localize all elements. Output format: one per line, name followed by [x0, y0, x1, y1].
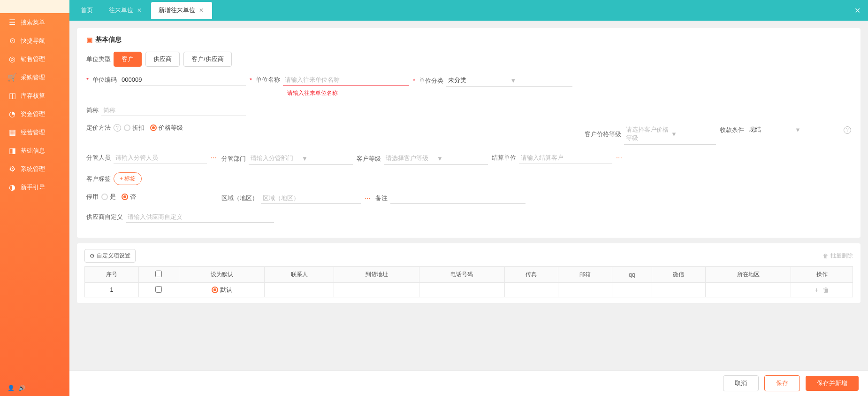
- sidebar-item-label: 库存核算: [21, 92, 45, 100]
- manager-label: 分管人员: [86, 154, 111, 162]
- sidebar-item-basic-info[interactable]: ◨ 基础信息: [0, 141, 69, 160]
- sidebar-search-label: 搜索菜单: [21, 18, 45, 27]
- tab-home-label: 首页: [81, 6, 93, 15]
- batch-delete-btn[interactable]: 🗑 批量删除: [823, 252, 853, 260]
- sidebar-item-new-guide[interactable]: ◑ 新手引导: [0, 178, 69, 196]
- payment-help-icon[interactable]: ?: [844, 126, 851, 134]
- sidebar-item-label: 快捷导航: [21, 37, 45, 45]
- sidebar-item-purchase[interactable]: 🛒 采购管理: [0, 68, 69, 86]
- sidebar-item-finance[interactable]: ◔ 资金管理: [0, 105, 69, 123]
- pricing-help-icon[interactable]: ?: [114, 124, 121, 132]
- row-checkbox[interactable]: [155, 286, 162, 293]
- sidebar-item-inventory[interactable]: ◫ 库存核算: [0, 86, 69, 105]
- manager-input[interactable]: [114, 152, 207, 163]
- settlement-unit-input[interactable]: [519, 152, 612, 163]
- btn-both[interactable]: 客户/供应商: [183, 52, 232, 67]
- region-more-btn[interactable]: ···: [364, 194, 372, 202]
- row-address: [334, 283, 419, 297]
- save-button[interactable]: 保存: [764, 375, 800, 391]
- delete-icon: 🗑: [823, 253, 829, 259]
- short-name-row: 简称: [86, 105, 851, 116]
- short-name-label: 简称: [86, 106, 99, 115]
- sidebar-item-label: 资金管理: [21, 110, 45, 118]
- pricing-method-group: 定价方法 ? 折扣 价格等级: [86, 124, 581, 132]
- section-icon: ▣: [86, 36, 92, 44]
- settlement-unit-label: 结算单位: [492, 154, 516, 162]
- manager-wrapper: [114, 152, 207, 163]
- add-tag-btn[interactable]: + 标签: [114, 172, 142, 185]
- custom-settings-label: 自定义项设置: [97, 252, 130, 260]
- radio-price-level[interactable]: 价格等级: [150, 124, 183, 132]
- col-location: 所在地区: [706, 267, 791, 283]
- unit-category-value: 未分类: [448, 76, 508, 85]
- region-input[interactable]: [261, 193, 361, 204]
- tab-new-partner[interactable]: 新增往来单位 ✕: [151, 2, 212, 19]
- custom-settings-btn[interactable]: ⚙ 自定义项设置: [84, 249, 136, 263]
- sales-icon: ◎: [8, 54, 17, 63]
- btn-customer[interactable]: 客户: [114, 52, 142, 67]
- sidebar-item-search[interactable]: ☰ 搜索菜单: [0, 13, 69, 31]
- unit-code-group: * 单位编码: [86, 74, 246, 85]
- settlement-more-btn[interactable]: ···: [615, 154, 623, 162]
- tab-partner-close[interactable]: ✕: [136, 7, 143, 14]
- unit-code-input[interactable]: [120, 74, 246, 85]
- payment-terms-value: 现结: [749, 125, 793, 134]
- contact-table: 序号 设为默认 联系人 到货地址 电话号码 传真 邮箱 qq 微信 所在地区 操…: [84, 266, 853, 297]
- row-qq: [612, 283, 652, 297]
- supplier-custom-input[interactable]: [126, 211, 274, 223]
- customer-level-dropdown-icon: ▼: [437, 155, 486, 162]
- row-add-btn[interactable]: +: [815, 286, 818, 294]
- col-default: 设为默认: [179, 267, 265, 283]
- manager-more-btn[interactable]: ···: [210, 154, 218, 162]
- tab-bar-close-all[interactable]: ✕: [851, 4, 864, 17]
- radio-no[interactable]: 否: [122, 193, 136, 201]
- department-group: 分管部门 请输入分管部门 ▼: [221, 152, 353, 165]
- table-header-row: 序号 设为默认 联系人 到货地址 电话号码 传真 邮箱 qq 微信 所在地区 操…: [85, 267, 853, 283]
- radio-no-circle: [122, 194, 128, 200]
- customer-price-level-select[interactable]: 请选择客户价格等级 ▼: [624, 124, 716, 145]
- row-email: [558, 283, 612, 297]
- short-name-input[interactable]: [101, 105, 246, 116]
- sidebar-item-label: 采购管理: [21, 73, 45, 82]
- department-select[interactable]: 请输入分管部门 ▼: [249, 152, 353, 165]
- radio-price-level-label: 价格等级: [159, 124, 183, 132]
- col-actions: 操作: [791, 267, 853, 283]
- unit-name-error: 请输入往来单位名称: [287, 89, 338, 97]
- tab-new-partner-close[interactable]: ✕: [198, 7, 205, 14]
- select-all-checkbox[interactable]: [155, 271, 162, 277]
- tab-home[interactable]: 首页: [73, 2, 100, 19]
- remark-input[interactable]: [390, 193, 525, 204]
- unit-category-select[interactable]: 未分类 ▼: [446, 74, 572, 87]
- sidebar-item-sales[interactable]: ◎ 销售管理: [0, 50, 69, 68]
- supplier-custom-group: 供应商自定义: [86, 211, 274, 223]
- btn-supplier[interactable]: 供应商: [145, 52, 180, 67]
- customer-tag-group: 客户标签 + 标签: [86, 172, 851, 185]
- basic-info-card: ▣ 基本信息 单位类型 客户 供应商 客户/供应商 *: [77, 28, 860, 238]
- tab-new-partner-label: 新增往来单位: [159, 6, 195, 15]
- sidebar-item-quick-nav[interactable]: ⊙ 快捷导航: [0, 31, 69, 50]
- row-wechat: [652, 283, 706, 297]
- customer-price-level-group: 客户价格等级 请选择客户价格等级 ▼: [585, 124, 716, 145]
- manager-row: 分管人员 ··· 分管部门 请输入分管部门 ▼ 客户等级 请: [86, 152, 851, 165]
- payment-terms-select[interactable]: 现结 ▼: [747, 124, 841, 136]
- row-default-radio[interactable]: 默认: [183, 286, 260, 294]
- row-default-label: 默认: [220, 286, 232, 294]
- tab-partner[interactable]: 往来单位 ✕: [101, 2, 150, 19]
- table-row: 1 默认: [85, 283, 853, 297]
- radio-discount[interactable]: 折扣: [124, 124, 145, 132]
- row-default-circle: [212, 287, 218, 293]
- unit-type-label: 单位类型: [86, 55, 111, 63]
- unit-name-input[interactable]: [283, 74, 409, 85]
- col-seq: 序号: [85, 267, 139, 283]
- sidebar-item-system[interactable]: ⚙ 系统管理: [0, 160, 69, 178]
- sidebar-item-operations[interactable]: ▦ 经营管理: [0, 123, 69, 141]
- radio-discount-circle: [124, 124, 130, 131]
- cancel-button[interactable]: 取消: [723, 375, 759, 391]
- row-delete-btn[interactable]: 🗑: [822, 286, 829, 294]
- save-new-button[interactable]: 保存并新增: [806, 376, 859, 391]
- radio-yes[interactable]: 是: [101, 193, 116, 201]
- customer-level-select[interactable]: 请选择客户等级 ▼: [384, 152, 488, 165]
- payment-dropdown-icon: ▼: [795, 126, 839, 133]
- region-group: 区域（地区） ···: [221, 193, 372, 204]
- row-action-buttons: + 🗑: [795, 286, 849, 294]
